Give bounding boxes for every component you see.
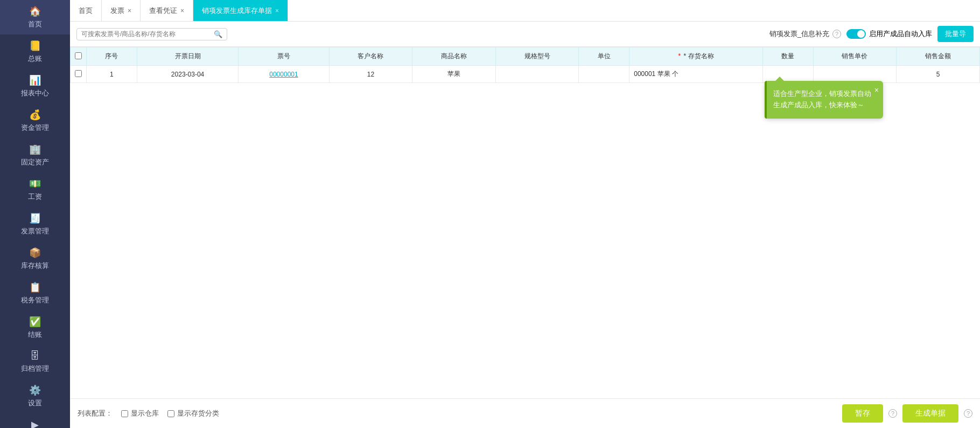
- cell-price: [813, 66, 897, 83]
- header-inventory-label: * 存货名称: [684, 52, 714, 60]
- sidebar-item-tax[interactable]: 📋 税务管理: [0, 276, 70, 310]
- show-category-checkbox[interactable]: [167, 410, 174, 417]
- toolbar-top: 🔍 销项发票_信息补充 ? 启用产成品自动入库 批量导: [70, 22, 980, 47]
- sidebar-item-label: 首页: [28, 19, 42, 29]
- tab-home[interactable]: 首页: [70, 0, 102, 21]
- tab-label: 销项发票生成库存单据: [202, 6, 272, 16]
- close-accounts-icon: ✅: [29, 316, 41, 328]
- select-all-checkbox[interactable]: [75, 52, 82, 59]
- tooltip-bar: [765, 81, 767, 119]
- sidebar-item-archive[interactable]: 🗄 归档管理: [0, 345, 70, 379]
- sidebar-item-ledger[interactable]: 📒 总账: [0, 34, 70, 69]
- sidebar-item-fund[interactable]: 💰 资金管理: [0, 103, 70, 138]
- ledger-icon: 📒: [29, 40, 41, 52]
- sidebar-item-payroll[interactable]: 💵 工资: [0, 172, 70, 207]
- sidebar-item-asset[interactable]: 🏢 固定资产: [0, 138, 70, 172]
- tooltip-text: 适合生产型企业，销项发票自动生成产成品入库，快来体验～: [773, 89, 871, 109]
- show-warehouse-group: 显示仓库: [121, 409, 159, 418]
- toggle-label: 启用产成品自动入库: [869, 29, 932, 39]
- header-seq: 序号: [87, 47, 137, 66]
- show-category-label: 显示存货分类: [177, 409, 219, 418]
- show-warehouse-checkbox[interactable]: [121, 410, 128, 417]
- cell-qty: [762, 66, 813, 83]
- sidebar-item-label: 发票管理: [21, 226, 49, 236]
- tab-bar: 首页 发票 × 查看凭证 × 销项发票生成库存单据 ×: [70, 0, 980, 22]
- sidebar-item-guide[interactable]: ▶ 新手引导: [0, 413, 70, 428]
- search-box: 🔍: [76, 28, 227, 40]
- cell-spec: [495, 66, 579, 83]
- sidebar-item-label: 总账: [28, 54, 42, 64]
- sidebar-item-close-accounts[interactable]: ✅ 结账: [0, 310, 70, 345]
- sidebar-item-settings[interactable]: ⚙️ 设置: [0, 379, 70, 413]
- sidebar-item-label: 归档管理: [21, 364, 49, 374]
- header-date: 开票日期: [137, 47, 239, 66]
- row-checkbox-cell: [71, 66, 87, 83]
- config-label: 列表配置：: [78, 409, 113, 418]
- show-warehouse-label: 显示仓库: [131, 409, 159, 418]
- sidebar-item-report[interactable]: 📊 报表中心: [0, 69, 70, 103]
- cell-date: 2023-03-04: [137, 66, 239, 83]
- payroll-icon: 💵: [29, 178, 41, 190]
- invoice-icon: 🧾: [29, 212, 41, 224]
- data-table: 序号 开票日期 票号 客户名称 商品名称 规格型号 单位 * * 存货名称 数量…: [70, 47, 980, 83]
- cell-product: 苹果: [412, 66, 496, 83]
- cell-unit: [579, 66, 629, 83]
- close-icon[interactable]: ×: [275, 7, 279, 15]
- auto-warehouse-toggle[interactable]: [846, 29, 866, 39]
- cell-number[interactable]: 00000001: [239, 66, 329, 83]
- info-section: 销项发票_信息补充 ?: [769, 29, 841, 39]
- info-icon[interactable]: ?: [832, 30, 841, 38]
- generate-info-icon[interactable]: ?: [964, 409, 972, 418]
- sidebar-item-home[interactable]: 🏠 首页: [0, 0, 70, 34]
- sidebar-item-inventory[interactable]: 📦 库存核算: [0, 241, 70, 276]
- cell-seq: 1: [87, 66, 137, 83]
- sidebar-item-label: 税务管理: [21, 295, 49, 305]
- required-star: *: [678, 52, 681, 60]
- inventory-icon: 📦: [29, 247, 41, 259]
- sidebar-item-label: 固定资产: [21, 157, 49, 167]
- row-checkbox[interactable]: [75, 70, 82, 77]
- sidebar-item-label: 结账: [28, 330, 42, 340]
- close-icon[interactable]: ×: [128, 7, 131, 15]
- cell-amount: 5: [897, 66, 980, 83]
- tooltip-popup: × 适合生产型企业，销项发票自动生成产成品入库，快来体验～: [765, 81, 883, 119]
- info-label: 销项发票_信息补充: [769, 29, 829, 39]
- header-qty: 数量: [762, 47, 813, 66]
- search-input[interactable]: [81, 30, 211, 38]
- sidebar-item-label: 工资: [28, 192, 42, 202]
- sidebar-item-label: 资金管理: [21, 123, 49, 133]
- search-icon[interactable]: 🔍: [214, 30, 222, 38]
- tax-icon: 📋: [29, 281, 41, 293]
- tab-invoice[interactable]: 发票 ×: [102, 0, 141, 21]
- fund-icon: 💰: [29, 109, 41, 121]
- close-icon[interactable]: ×: [180, 7, 184, 15]
- sidebar: 🏠 首页 📒 总账 📊 报表中心 💰 资金管理 🏢 固定资产 💵 工资 🧾 发票…: [0, 0, 70, 428]
- toggle-section: 启用产成品自动入库: [846, 29, 932, 39]
- bottom-buttons: 暂存 ? 生成单据 ?: [842, 404, 972, 423]
- header-number: 票号: [239, 47, 329, 66]
- cell-inventory[interactable]: 000001 苹果 个: [629, 66, 763, 83]
- tooltip-close-button[interactable]: ×: [874, 84, 879, 96]
- tab-label: 发票: [110, 6, 124, 16]
- tab-voucher[interactable]: 查看凭证 ×: [141, 0, 193, 21]
- batch-button[interactable]: 批量导: [937, 26, 974, 42]
- save-info-icon[interactable]: ?: [888, 409, 897, 418]
- header-spec: 规格型号: [495, 47, 579, 66]
- cell-customer: 12: [329, 66, 412, 83]
- header-customer: 客户名称: [329, 47, 412, 66]
- header-unit: 单位: [579, 47, 629, 66]
- header-checkbox: [71, 47, 87, 66]
- tab-label: 首页: [79, 6, 93, 16]
- show-category-group: 显示存货分类: [167, 409, 219, 418]
- asset-icon: 🏢: [29, 143, 41, 155]
- content-area: 🔍 销项发票_信息补充 ? 启用产成品自动入库 批量导 序: [70, 22, 980, 428]
- archive-icon: 🗄: [30, 350, 40, 362]
- save-button[interactable]: 暂存: [842, 404, 883, 423]
- sidebar-item-invoice[interactable]: 🧾 发票管理: [0, 207, 70, 241]
- tab-generate[interactable]: 销项发票生成库存单据 ×: [193, 0, 288, 21]
- sidebar-item-label: 报表中心: [21, 88, 49, 98]
- bottom-bar: 列表配置： 显示仓库 显示存货分类 暂存 ? 生成单据 ?: [70, 398, 980, 428]
- home-icon: 🏠: [29, 5, 41, 17]
- generate-button[interactable]: 生成单据: [902, 404, 958, 423]
- report-icon: 📊: [29, 74, 41, 86]
